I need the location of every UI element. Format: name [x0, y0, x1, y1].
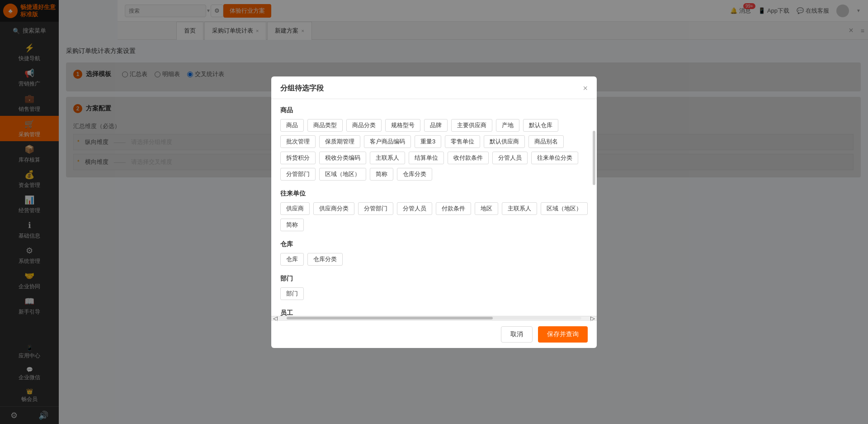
modal-horizontal-scrollbar[interactable]: ◁ ▷ — [271, 316, 597, 320]
field-group-dept: 部门 部门 — [280, 275, 588, 300]
field-tag-supplier[interactable]: 供应商 — [280, 202, 310, 215]
field-tag-goods-region[interactable]: 区域（地区） — [319, 168, 366, 181]
h-scroll-thumb[interactable] — [287, 317, 493, 319]
field-tag-dept-name[interactable]: 部门 — [280, 287, 304, 300]
field-tag-goods-expiry[interactable]: 保质期管理 — [319, 135, 360, 148]
field-tag-warehouse-name[interactable]: 仓库 — [280, 253, 304, 266]
field-tag-goods-weight[interactable]: 重量3 — [415, 135, 441, 148]
field-tag-goods-alias[interactable]: 商品别名 — [528, 135, 564, 148]
field-tag-goods-payment-terms[interactable]: 收付款条件 — [448, 152, 489, 164]
field-tag-goods-settlement[interactable]: 结算单位 — [409, 152, 444, 164]
field-tag-goods-partner-category[interactable]: 往来单位分类 — [531, 152, 578, 164]
field-tag-partner-manager[interactable]: 分管人员 — [397, 202, 432, 215]
field-tag-goods-customer-code[interactable]: 客户商品编码 — [364, 135, 411, 148]
field-tag-goods-dept[interactable]: 分管部门 — [280, 168, 316, 181]
field-tag-goods-split-points[interactable]: 拆货积分 — [280, 152, 316, 164]
modal-body[interactable]: 商品 商品 商品类型 商品分类 规格型号 品牌 主要供应商 产地 默认仓库 批次… — [271, 99, 597, 316]
field-tag-goods-warehouse-category[interactable]: 仓库分类 — [397, 168, 432, 181]
field-group-employee-title: 员工 — [280, 309, 588, 316]
field-group-goods-title: 商品 — [280, 106, 588, 114]
modal-header: 分组待选字段 × — [271, 76, 597, 99]
modal-title: 分组待选字段 — [280, 84, 324, 93]
cancel-button[interactable]: 取消 — [501, 326, 533, 343]
field-tag-goods-warehouse[interactable]: 默认仓库 — [523, 119, 558, 132]
field-group-employee: 员工 业务员 — [280, 309, 588, 316]
field-tag-goods-item[interactable]: 商品 — [280, 119, 304, 132]
field-tag-goods-retail-unit[interactable]: 零售单位 — [445, 135, 480, 148]
field-tags-goods: 商品 商品类型 商品分类 规格型号 品牌 主要供应商 产地 默认仓库 批次管理 … — [280, 119, 588, 181]
field-tags-dept: 部门 — [280, 287, 588, 300]
field-tag-goods-short-name[interactable]: 简称 — [370, 168, 393, 181]
field-tag-partner-dept[interactable]: 分管部门 — [358, 202, 393, 215]
field-tag-goods-type[interactable]: 商品类型 — [307, 119, 343, 132]
field-tags-partner: 供应商 供应商分类 分管部门 分管人员 付款条件 地区 主联系人 区域（地区） … — [280, 202, 588, 231]
field-tag-payment-terms[interactable]: 付款条件 — [436, 202, 471, 215]
field-tag-goods-origin[interactable]: 产地 — [496, 119, 519, 132]
field-tag-main-contact[interactable]: 主联系人 — [502, 202, 537, 215]
modal-overlay: 分组待选字段 × 商品 商品 商品类型 商品分类 规格型号 品牌 主要供应商 产… — [0, 0, 868, 424]
field-tag-region[interactable]: 地区 — [475, 202, 498, 215]
field-tag-goods-batch[interactable]: 批次管理 — [280, 135, 316, 148]
field-tag-partner-region[interactable]: 区域（地区） — [541, 202, 588, 215]
field-group-partner: 往来单位 供应商 供应商分类 分管部门 分管人员 付款条件 地区 主联系人 区域… — [280, 190, 588, 231]
field-tag-goods-contact[interactable]: 主联系人 — [370, 152, 405, 164]
save-query-button[interactable]: 保存并查询 — [538, 326, 588, 343]
field-tag-warehouse-category[interactable]: 仓库分类 — [307, 253, 343, 266]
field-group-warehouse: 仓库 仓库 仓库分类 — [280, 240, 588, 266]
field-tag-partner-short-name[interactable]: 简称 — [280, 219, 304, 231]
modal-vertical-scrollbar-thumb[interactable] — [593, 131, 595, 185]
field-group-dept-title: 部门 — [280, 275, 588, 283]
field-group-warehouse-title: 仓库 — [280, 240, 588, 248]
field-select-modal: 分组待选字段 × 商品 商品 商品类型 商品分类 规格型号 品牌 主要供应商 产… — [271, 76, 597, 348]
field-group-partner-title: 往来单位 — [280, 190, 588, 198]
modal-close-button[interactable]: × — [583, 84, 588, 93]
field-tag-goods-category[interactable]: 商品分类 — [346, 119, 382, 132]
modal-footer: 取消 保存并查询 — [271, 320, 597, 348]
field-tag-goods-default-supplier[interactable]: 默认供应商 — [484, 135, 525, 148]
field-tag-goods-brand[interactable]: 品牌 — [424, 119, 448, 132]
field-tag-goods-manager[interactable]: 分管人员 — [492, 152, 528, 164]
field-tag-goods-tax-code[interactable]: 税收分类编码 — [319, 152, 366, 164]
field-tag-goods-main-supplier[interactable]: 主要供应商 — [451, 119, 492, 132]
field-tag-goods-spec[interactable]: 规格型号 — [385, 119, 420, 132]
field-group-goods: 商品 商品 商品类型 商品分类 规格型号 品牌 主要供应商 产地 默认仓库 批次… — [280, 106, 588, 181]
field-tags-warehouse: 仓库 仓库分类 — [280, 253, 588, 266]
field-tag-supplier-category[interactable]: 供应商分类 — [313, 202, 354, 215]
